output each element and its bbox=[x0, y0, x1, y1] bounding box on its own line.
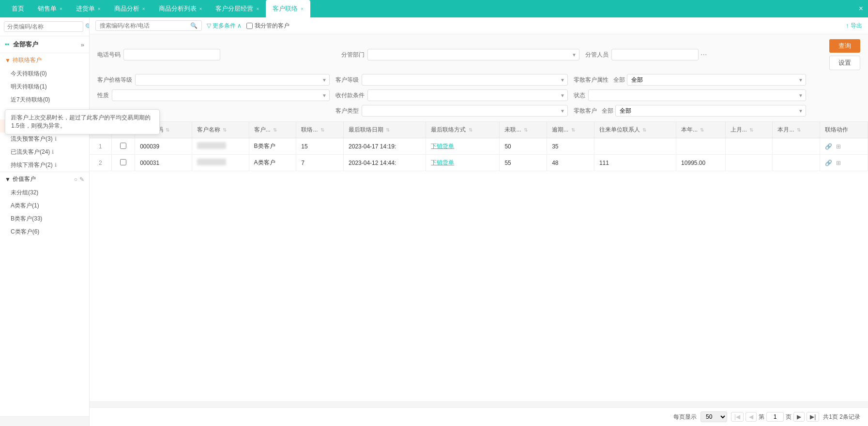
sidebar-all-customers[interactable]: ▪▪ 全部客户 » bbox=[0, 36, 89, 53]
scatter-customer-select[interactable]: 全部 bbox=[615, 105, 806, 117]
info-icon-declining[interactable]: ℹ bbox=[55, 162, 57, 168]
row2-grid-icon[interactable]: ⊞ bbox=[836, 160, 841, 166]
first-page-btn[interactable]: |◀ bbox=[731, 412, 744, 422]
last-page-btn[interactable]: ▶| bbox=[807, 412, 819, 422]
row1-uncontacted: 50 bbox=[500, 138, 547, 155]
sidebar-item-loss-warning[interactable]: 流失预警客户(3) ℹ bbox=[0, 132, 89, 146]
nav-customer-contact[interactable]: 客户联络 × bbox=[266, 0, 310, 17]
sidebar-item-b-class[interactable]: B类客户(33) bbox=[0, 212, 89, 225]
nature-select[interactable] bbox=[112, 89, 330, 101]
sort-last-method-icon[interactable]: ⇅ bbox=[469, 127, 472, 132]
sort-name-icon[interactable]: ⇅ bbox=[223, 127, 227, 132]
sidebar-scrollbar[interactable] bbox=[0, 416, 89, 426]
filter-search-input[interactable] bbox=[100, 22, 188, 29]
nav-customer-contact-close[interactable]: × bbox=[301, 6, 304, 12]
sort-uncontacted-icon[interactable]: ⇅ bbox=[524, 127, 528, 132]
my-customer-checkbox[interactable]: 我分管的客户 bbox=[246, 22, 289, 30]
sort-contact2-icon[interactable]: ⇅ bbox=[642, 127, 646, 132]
sort-code-icon[interactable]: ⇅ bbox=[166, 127, 169, 132]
nav-purchase-close[interactable]: × bbox=[98, 6, 101, 12]
export-btn[interactable]: ↑ 导出 bbox=[846, 22, 862, 30]
value-group-edit-icon[interactable]: ✎ bbox=[79, 176, 84, 183]
sidebar-search-icon[interactable]: 🔍 bbox=[85, 23, 90, 30]
nav-customer-ops[interactable]: 客户分层经营 × bbox=[209, 0, 266, 17]
nav-analysis[interactable]: 商品分析 × bbox=[107, 0, 152, 17]
sidebar-collapse-icon[interactable]: » bbox=[81, 41, 84, 48]
close-all-tabs[interactable]: × bbox=[859, 4, 863, 13]
row1-last-method[interactable]: 下销货单 bbox=[426, 138, 500, 155]
sidebar-value-group[interactable]: ▼ 价值客户 ○ ✎ bbox=[0, 172, 89, 186]
row2-checkbox[interactable] bbox=[111, 155, 135, 171]
per-page-select[interactable]: 50 100 bbox=[700, 411, 727, 422]
sort-level-icon[interactable]: ⇅ bbox=[273, 127, 277, 132]
sidebar-pending-title[interactable]: ▼ 待联络客户 bbox=[0, 53, 89, 67]
nav-analysis-close[interactable]: × bbox=[142, 6, 145, 12]
sidebar-item-declining[interactable]: 持续下滑客户(2) ℹ bbox=[0, 159, 89, 172]
scatter-attr-select[interactable]: 全部 bbox=[627, 74, 806, 86]
query-button[interactable]: 查询 bbox=[829, 39, 860, 53]
row2-link-icon[interactable]: 🔗 bbox=[825, 160, 832, 166]
sidebar-item-7days[interactable]: 近7天待联络(0) bbox=[0, 93, 89, 106]
pagination-footer: 每页显示 50 100 |◀ ◀ 第 页 ▶ ▶| 共1页 2条记录 bbox=[90, 407, 868, 426]
row1-method-link[interactable]: 下销货单 bbox=[431, 143, 454, 149]
main-layout: 🔍 ▪▪ 全部客户 » ▼ 待联络客户 今天待联络(0) 明天待联络(1) 近7… bbox=[0, 17, 868, 426]
sidebar-item-tomorrow[interactable]: 明天待联络(1) bbox=[0, 80, 89, 93]
info-icon-loss[interactable]: ℹ bbox=[55, 136, 57, 142]
col-level: 客户... ⇅ bbox=[249, 122, 296, 138]
price-level-select[interactable] bbox=[135, 74, 330, 86]
sidebar-item-a-class[interactable]: A类客户(1) bbox=[0, 199, 89, 212]
sidebar-search-input[interactable] bbox=[4, 21, 83, 32]
sort-this-year-icon[interactable]: ⇅ bbox=[700, 127, 704, 132]
top-nav: 首页 销售单 × 进货单 × 商品分析 × 商品分析列表 × 客户分层经营 × … bbox=[0, 0, 868, 17]
row2-method-link[interactable]: 下销货单 bbox=[431, 159, 454, 166]
nav-analysis-list-close[interactable]: × bbox=[199, 6, 202, 12]
prev-page-btn[interactable]: ◀ bbox=[746, 412, 757, 422]
sidebar-item-lost[interactable]: 已流失客户(24) ℹ bbox=[0, 146, 89, 159]
manager-input[interactable] bbox=[611, 49, 699, 60]
settings-button[interactable]: 设置 bbox=[829, 56, 860, 70]
col-last-method: 最后联络方式 ⇅ bbox=[426, 122, 500, 138]
phone-input[interactable] bbox=[123, 49, 220, 60]
row2-last-month bbox=[725, 155, 773, 171]
row1-last-date: 2023-04-17 14:19: bbox=[344, 138, 426, 155]
sort-contact-icon[interactable]: ⇅ bbox=[320, 127, 324, 132]
status-select[interactable] bbox=[588, 89, 806, 101]
nav-purchase[interactable]: 进货单 × bbox=[69, 0, 107, 17]
row1-grid-icon[interactable]: ⊞ bbox=[836, 143, 841, 150]
nav-home[interactable]: 首页 bbox=[5, 0, 31, 17]
sidebar-search-area: 🔍 bbox=[0, 17, 89, 36]
nav-sales-close[interactable]: × bbox=[60, 6, 62, 12]
row2-last-method[interactable]: 下销货单 bbox=[426, 155, 500, 171]
sort-last-month-icon[interactable]: ⇅ bbox=[749, 127, 753, 132]
nav-analysis-list[interactable]: 商品分析列表 × bbox=[152, 0, 209, 17]
manager-more-icon[interactable]: ··· bbox=[699, 50, 709, 59]
row1-checkbox[interactable] bbox=[111, 138, 135, 155]
value-group-circle-icon[interactable]: ○ bbox=[74, 176, 77, 183]
dept-select[interactable] bbox=[367, 49, 579, 60]
sidebar-item-ungrp[interactable]: 未分组(32) bbox=[0, 186, 89, 199]
row1-link-icon[interactable]: 🔗 bbox=[825, 143, 832, 150]
nav-sales[interactable]: 销售单 × bbox=[31, 0, 69, 17]
adv-filter-row-2: 客户价格等级 ▼ 客户等级 ▼ 零散客户属性 全部 bbox=[97, 74, 860, 86]
info-icon-lost[interactable]: ℹ bbox=[52, 149, 54, 155]
field-manager: 分管人员 ··· bbox=[585, 49, 823, 60]
sort-this-month-icon[interactable]: ⇅ bbox=[797, 127, 801, 132]
nav-customer-ops-close[interactable]: × bbox=[256, 6, 259, 12]
more-filter-btn[interactable]: ▽ 更多条件 ∧ bbox=[207, 22, 242, 30]
my-customer-check[interactable] bbox=[246, 23, 253, 29]
page-input[interactable] bbox=[766, 412, 784, 422]
col-uncontacted: 未联... ⇅ bbox=[500, 122, 547, 138]
row1-check[interactable] bbox=[120, 143, 126, 149]
customer-type-select[interactable] bbox=[362, 105, 568, 117]
row2-check[interactable] bbox=[120, 159, 126, 165]
sidebar-item-today[interactable]: 今天待联络(0) bbox=[0, 67, 89, 80]
customer-level-select[interactable] bbox=[362, 74, 568, 86]
payment-select[interactable] bbox=[367, 89, 568, 101]
sidebar-item-c-class[interactable]: C类客户(6) bbox=[0, 225, 89, 238]
sort-last-date-icon[interactable]: ⇅ bbox=[386, 127, 390, 132]
horizontal-scrollbar[interactable] bbox=[90, 401, 868, 407]
next-page-btn[interactable]: ▶ bbox=[793, 412, 805, 422]
filter-search-icon[interactable]: 🔍 bbox=[190, 22, 198, 29]
row1-this-year bbox=[676, 138, 726, 155]
sort-overdue-icon[interactable]: ⇅ bbox=[571, 127, 575, 132]
